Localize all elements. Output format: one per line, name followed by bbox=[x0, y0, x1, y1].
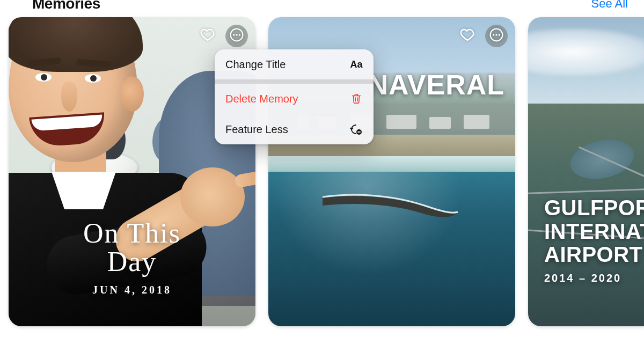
memory-context-menu: Change Title Aa Delete Memory Feature Le… bbox=[215, 49, 374, 144]
more-options-button[interactable] bbox=[225, 25, 248, 47]
memory-card-gulfport-airport[interactable]: GULFPORT INTERNAT AIRPORT 2014 – 2020 bbox=[528, 17, 644, 326]
svg-point-3 bbox=[239, 34, 240, 35]
menu-item-change-title[interactable]: Change Title Aa bbox=[215, 49, 374, 79]
svg-point-1 bbox=[233, 34, 235, 35]
svg-point-7 bbox=[499, 34, 500, 35]
section-title: Memories bbox=[32, 0, 100, 12]
memories-header: Memories See All bbox=[32, 0, 628, 12]
menu-item-label: Feature Less bbox=[225, 123, 288, 136]
card-actions bbox=[456, 25, 508, 47]
more-options-button[interactable] bbox=[485, 25, 508, 47]
ellipsis-icon bbox=[489, 28, 503, 44]
svg-point-2 bbox=[236, 34, 237, 35]
menu-item-delete-memory[interactable]: Delete Memory bbox=[215, 79, 374, 114]
see-all-link[interactable]: See All bbox=[591, 0, 628, 11]
svg-rect-9 bbox=[357, 131, 361, 133]
trash-icon bbox=[350, 92, 363, 105]
heart-icon bbox=[459, 27, 475, 45]
ellipsis-icon bbox=[230, 28, 244, 44]
svg-point-6 bbox=[495, 34, 497, 35]
menu-item-label: Delete Memory bbox=[225, 93, 298, 105]
menu-item-label: Change Title bbox=[225, 58, 286, 71]
feature-less-icon bbox=[350, 123, 363, 136]
favorite-button[interactable] bbox=[456, 25, 479, 47]
card-actions bbox=[196, 25, 248, 47]
text-format-icon: Aa bbox=[350, 58, 363, 71]
menu-item-feature-less[interactable]: Feature Less bbox=[215, 114, 374, 144]
svg-point-5 bbox=[493, 34, 494, 35]
favorite-button[interactable] bbox=[196, 25, 219, 47]
heart-icon bbox=[200, 27, 216, 45]
